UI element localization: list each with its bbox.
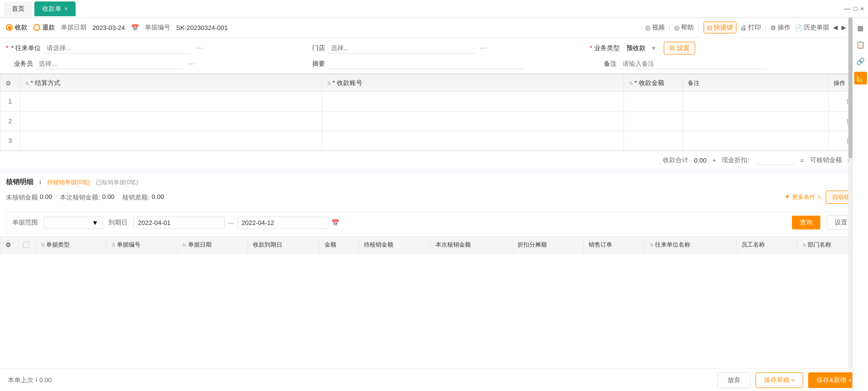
bth-gear: ⚙: [0, 237, 18, 253]
footer-info-icon[interactable]: ℹ: [35, 377, 37, 383]
abandon-btn[interactable]: 放弃: [717, 372, 751, 388]
setting-btn[interactable]: ⚙ 设置: [664, 42, 695, 55]
history-btn[interactable]: 📄 历史单据: [794, 23, 829, 32]
row-num-3: 3: [0, 131, 20, 151]
cell-settlement-1[interactable]: [20, 92, 322, 112]
radio-dot-tuikuan: [33, 24, 40, 31]
stat-current: 本次核销金额: 0.00: [60, 193, 114, 202]
tab-done[interactable]: 已核销单据(0笔): [96, 178, 138, 187]
bottom-gear-icon[interactable]: ⚙: [5, 241, 11, 249]
verify-header: 核销明细 ℹ 待核销单据(0笔) 已核销单据(0笔): [6, 178, 862, 187]
cell-settlement-3[interactable]: [20, 131, 322, 151]
minimize-icon[interactable]: —: [844, 5, 851, 12]
cell-remark-3[interactable]: [682, 131, 828, 151]
biz-type-dropdown-icon[interactable]: ▼: [651, 45, 657, 52]
form-row-2: 业务员 ··· 摘要 备注: [6, 58, 862, 69]
counterpart-input[interactable]: [44, 43, 191, 54]
operation-btn[interactable]: ⚙ 操作: [770, 23, 790, 32]
tab-bar: 首页 收款单 × — □ ×: [0, 0, 868, 18]
cell-account-1[interactable]: [322, 92, 624, 112]
tab-home[interactable]: 首页: [4, 1, 32, 16]
summary-row: 收款合计 0.00 + 现金折扣: = 可核销金额 0.00: [0, 151, 868, 169]
sidebar-link-icon[interactable]: 🔗: [854, 55, 867, 68]
verify-info-icon[interactable]: ℹ: [39, 179, 41, 186]
remark-input[interactable]: [620, 58, 767, 69]
due-date-from-input[interactable]: [134, 217, 225, 229]
query-btn[interactable]: 查询: [792, 216, 820, 229]
calendar-icon-from[interactable]: 📅: [331, 219, 339, 226]
calendar-icon[interactable]: 📅: [131, 24, 139, 31]
cell-remark-1[interactable]: [682, 92, 828, 112]
table-row: 2 🗑 ⧉: [0, 112, 868, 131]
sidebar-layout-icon[interactable]: 📐: [854, 72, 867, 84]
bth-pending: 待核销金额: [359, 237, 430, 253]
radio-tuikuan[interactable]: 退款: [33, 23, 55, 32]
cell-amount-2[interactable]: [624, 112, 682, 131]
cell-account-3[interactable]: [322, 131, 624, 151]
bth-employee: 员工名称: [736, 237, 797, 253]
tab-close-icon[interactable]: ×: [64, 5, 68, 12]
more-filter-btn[interactable]: ▼ 更多条件 ∧: [784, 193, 822, 201]
salesman-more-icon[interactable]: ···: [186, 59, 196, 68]
verify-title: 核销明细: [6, 178, 33, 187]
radio-shoukuan-label: 收款: [15, 23, 27, 32]
window-close-icon[interactable]: ×: [860, 5, 864, 12]
table-gear-icon[interactable]: ⚙: [5, 80, 11, 87]
th-account: ⇅ * 收款账号: [322, 75, 624, 92]
salesman-field: 业务员 ···: [6, 58, 278, 69]
maximize-icon[interactable]: □: [854, 5, 858, 12]
unchecked-label: 未核销金额: [6, 193, 38, 202]
save-new-arrow-icon: ∧: [848, 377, 852, 383]
toolbar: 收款 退款 单据日期 2023-03-24 📅 单据编号 SK-20230324…: [0, 18, 868, 38]
store-more-icon[interactable]: ···: [478, 44, 488, 53]
radio-tuikuan-label: 退款: [42, 23, 55, 32]
remark-label: 备注: [590, 59, 617, 68]
cell-amount-3[interactable]: [624, 131, 682, 151]
total-value: 0.00: [694, 157, 706, 164]
salesman-input[interactable]: [36, 58, 183, 69]
bill-range-label: 单据范围: [12, 218, 38, 227]
bill-range-select[interactable]: ▼: [44, 217, 103, 229]
number-label: 单据编号: [145, 23, 170, 32]
tab-active[interactable]: 收款单 ×: [34, 1, 76, 16]
store-input[interactable]: [328, 43, 475, 54]
bth-current: 本次核销金额: [430, 237, 512, 253]
radio-group: 收款 退款: [6, 23, 55, 32]
save-draft-arrow-icon: ∧: [791, 377, 795, 383]
bill-range-dropdown-icon: ▼: [92, 219, 98, 226]
sidebar-document-icon[interactable]: 📋: [854, 38, 867, 51]
sidebar-table-icon[interactable]: ▦: [854, 22, 867, 34]
counterpart-field: * * 往来单位 ···: [6, 43, 278, 54]
counterpart-more-icon[interactable]: ···: [194, 44, 204, 53]
tab-pending[interactable]: 待核销单据(0笔): [47, 178, 90, 187]
row-num-2: 2: [0, 112, 20, 131]
form-area: * * 往来单位 ··· 门店 ··· * 业务类型 预收款 ▼ ⚙ 设置: [0, 38, 868, 74]
scroll-area[interactable]: [848, 18, 852, 368]
radio-shoukuan[interactable]: 收款: [6, 23, 27, 32]
shortcut-btn[interactable]: ⊟ 快捷键: [704, 22, 736, 33]
scroll-thumb[interactable]: [848, 18, 852, 158]
discount-input[interactable]: [755, 155, 794, 165]
abstract-input[interactable]: [328, 58, 524, 69]
salesman-label: 业务员: [6, 59, 33, 68]
video-icon: ◎: [645, 24, 651, 31]
due-date-to-input[interactable]: [237, 217, 328, 229]
biz-type-value: 预收款: [626, 44, 646, 53]
plus-sign: +: [712, 157, 716, 164]
print-btn[interactable]: 🖨 打印: [740, 23, 761, 32]
cell-account-2[interactable]: [322, 112, 624, 131]
cell-amount-1[interactable]: [624, 92, 682, 112]
store-field: 门店 ···: [298, 43, 570, 54]
cell-remark-2[interactable]: [682, 112, 828, 131]
save-draft-label: 保存草稿: [764, 376, 789, 385]
save-draft-btn[interactable]: 保存草稿 ∧: [756, 372, 803, 388]
nav-prev-btn[interactable]: ◀: [833, 24, 838, 31]
cell-settlement-2[interactable]: [20, 112, 322, 131]
video-btn[interactable]: ◎ 视频: [645, 23, 665, 32]
nav-next-btn[interactable]: ▶: [841, 24, 846, 31]
row-num-1: 1: [0, 92, 20, 112]
footer-amount: 0.00: [39, 376, 52, 384]
bth-bill-type: ⇅ 单据类型: [36, 237, 107, 253]
help-btn[interactable]: ◎ 帮助: [674, 23, 694, 32]
select-all-checkbox[interactable]: [23, 242, 29, 248]
